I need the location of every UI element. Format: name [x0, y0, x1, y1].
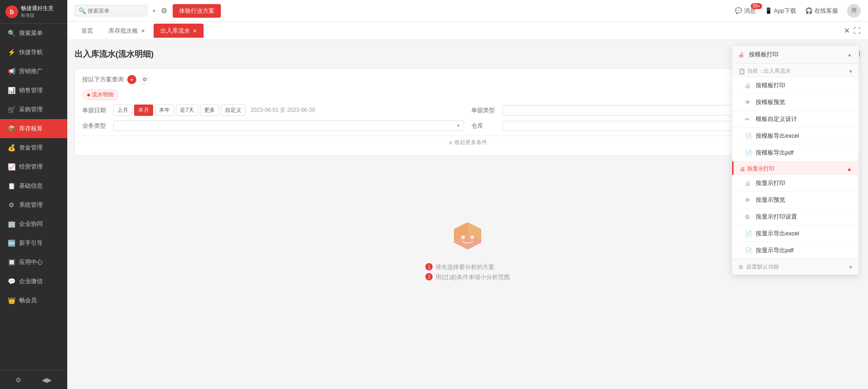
sidebar-item-operations[interactable]: 📈 经营管理	[0, 157, 67, 176]
dropdown-footer[interactable]: ⚙ 设置默认功能 ▾	[732, 259, 858, 274]
display-excel-icon: 📄	[745, 230, 752, 237]
sidebar-label-system: 系统管理	[19, 201, 43, 209]
sidebar-icon-sales: 📊	[7, 87, 15, 94]
sidebar-item-marketing[interactable]: 📢 营销推广	[0, 62, 67, 81]
date-btn-this-year[interactable]: 本年	[155, 105, 174, 116]
filter-label: 按以下方案查询	[82, 75, 124, 84]
sidebar-label-quick-nav: 快捷导航	[19, 48, 43, 56]
dropdown-item-template-excel[interactable]: 📄 按模板导出excel	[732, 128, 858, 145]
sidebar-item-enterprise[interactable]: 🏢 企业协同	[0, 214, 67, 234]
date-btn-more[interactable]: 更多	[200, 105, 219, 116]
tab-flow-close[interactable]: ✕	[193, 28, 197, 34]
dropdown-item-display-settings[interactable]: ⚙ 按显示打印设置	[732, 209, 858, 225]
date-btn-7days[interactable]: 近7天	[176, 105, 198, 116]
sidebar-icon-app-center: 🔲	[7, 259, 15, 266]
user-avatar[interactable]: 用	[847, 4, 861, 18]
filter-biz-label: 业务类型	[82, 122, 110, 130]
filter-tag[interactable]: 流水明细	[82, 90, 119, 100]
search-icon: 🔍	[79, 7, 86, 14]
date-btn-custom[interactable]: 自定义	[221, 105, 245, 116]
sidebar-footer: ⚙ ◀▶	[0, 370, 67, 389]
topbar-right: 💬 消息 99+ 📱 App下载 🎧 在线客服 用	[735, 4, 861, 18]
dropdown-section-display: 🖨 按显示打印 ▲	[732, 161, 858, 175]
collapse-more-label: 收起更多条件	[454, 139, 487, 146]
app-download-btn[interactable]: 📱 App下载	[765, 7, 796, 15]
search-chevron-icon[interactable]: ▾	[153, 8, 155, 14]
current-template-icon: 📋	[738, 68, 745, 75]
sidebar-item-guide[interactable]: 🆕 新手引导	[0, 234, 67, 253]
dropdown-header-chevron[interactable]: ▲	[847, 52, 852, 57]
sidebar-icon-basic: 📋	[7, 182, 15, 190]
sidebar-item-purchase[interactable]: 🛒 采购管理	[0, 100, 67, 119]
template-excel-icon: 📄	[745, 133, 752, 140]
sidebar-item-search[interactable]: 🔍 搜索菜单	[0, 24, 67, 43]
topbar-gear-icon[interactable]: ⚙	[161, 6, 167, 15]
sidebar-item-app-center[interactable]: 🔲 应用中心	[0, 253, 67, 272]
tab-close-all-btn[interactable]: ✕	[844, 26, 850, 35]
current-template-arrow[interactable]: ▾	[849, 68, 852, 75]
dropdown-item-display-pdf[interactable]: 📄 按显示导出pdf	[732, 242, 858, 259]
sidebar-icon-purchase: 🛒	[7, 106, 15, 113]
display-print-icon: 🖨	[745, 180, 752, 187]
sidebar-collapse-icon[interactable]: ◀▶	[42, 376, 52, 384]
sidebar-label-search: 搜索菜单	[19, 29, 43, 37]
empty-icon	[445, 209, 490, 254]
empty-tip-2: 2 用[过滤]条件来缩小分析范围	[425, 273, 509, 281]
dropdown-panel: 🖨 按模板打印 ▲ 📋 当前：出入库流水 ▾ 🖨 按模板打印 👁 按模板预览 ✏…	[732, 45, 859, 275]
search-input[interactable]	[88, 8, 142, 14]
display-preview-icon: 👁	[745, 197, 752, 204]
tab-flow[interactable]: 出入库流水 ✕	[154, 24, 204, 38]
sidebar-item-basic[interactable]: 📋 基础信息	[0, 176, 67, 195]
messages-btn[interactable]: 💬 消息 99+	[735, 7, 756, 15]
dropdown-item-template-design[interactable]: ✏ 模板自定义设计	[732, 111, 858, 128]
sidebar-item-inventory[interactable]: 📦 库存核算	[0, 119, 67, 138]
sidebar-item-quick-nav[interactable]: ⚡ 快捷导航	[0, 43, 67, 62]
tab-home[interactable]: 首页	[75, 24, 100, 38]
dropdown-item-display-preview[interactable]: 👁 按显示预览	[732, 192, 858, 209]
filter-date-label: 单据日期	[82, 106, 110, 115]
current-template-label: 当前：出入库流水	[747, 67, 791, 75]
date-btn-this-month[interactable]: 本月	[134, 105, 153, 116]
sidebar-label-operations: 经营管理	[19, 163, 43, 171]
display-section-arrow[interactable]: ▲	[847, 166, 852, 172]
tab-home-label: 首页	[81, 27, 93, 35]
sidebar-item-member[interactable]: 👑 畅会员	[0, 291, 67, 310]
dropdown-item-template-print[interactable]: 🖨 按模板打印	[732, 77, 858, 94]
tag-label: 流水明细	[92, 91, 114, 99]
industry-btn[interactable]: 体验行业方案	[173, 4, 221, 18]
dropdown-item-display-print[interactable]: 🖨 按显示打印	[732, 175, 858, 192]
sidebar-item-system[interactable]: ⚙ 系统管理	[0, 195, 67, 214]
dropdown-footer-label: 设置默认功能	[746, 263, 779, 271]
topbar-search-box[interactable]: 🔍	[75, 5, 147, 16]
online-service-btn[interactable]: 🎧 在线客服	[805, 7, 838, 15]
sidebar-icon-marketing: 📢	[7, 68, 15, 75]
dropdown-item-display-excel[interactable]: 📄 按显示导出excel	[732, 225, 858, 242]
empty-tip-1: 1 请先选择要分析的方案	[425, 263, 509, 271]
dropdown-item-template-pdf[interactable]: 📄 按模板导出pdf	[732, 145, 858, 161]
messages-badge: 99+	[751, 3, 762, 9]
template-pdf-icon: 📄	[745, 150, 752, 156]
sidebar-item-finance[interactable]: 💰 资金管理	[0, 138, 67, 157]
filter-add-btn[interactable]: +	[127, 75, 136, 84]
empty-tips: 1 请先选择要分析的方案 2 用[过滤]条件来缩小分析范围	[425, 261, 509, 283]
message-icon: 💬	[735, 7, 742, 14]
sidebar-item-sales[interactable]: 📊 销售管理	[0, 81, 67, 100]
dropdown-footer-arrow: ▾	[849, 264, 852, 270]
sidebar-label-basic: 基础信息	[19, 182, 43, 190]
sidebar-settings-icon[interactable]: ⚙	[15, 376, 21, 384]
dropdown-item-template-preview[interactable]: 👁 按模板预览	[732, 94, 858, 111]
sidebar-label-guide: 新手引导	[19, 239, 43, 247]
tabs-right-controls: ✕ ⛶	[844, 26, 861, 35]
sidebar-label-wechat: 企业微信	[19, 277, 43, 285]
date-btn-last-month[interactable]: 上月	[113, 105, 132, 116]
tab-inventory-batch-close[interactable]: ✕	[141, 28, 145, 34]
template-design-icon: ✏	[745, 116, 752, 123]
filter-biz-select[interactable]: ▾	[113, 120, 464, 131]
filter-gear-btn[interactable]: ⚙	[140, 75, 149, 84]
sidebar-item-wechat[interactable]: 💬 企业微信	[0, 272, 67, 291]
tab-expand-btn[interactable]: ⛶	[853, 27, 861, 35]
filter-date-field: 单据日期 上月 本月 本年 近7天 更多 自定义 2023-06-01 至 20…	[82, 105, 464, 116]
tab-inventory-batch[interactable]: 库存批次账 ✕	[102, 24, 152, 38]
sidebar-icon-inventory: 📦	[7, 125, 15, 132]
dropdown-section-current: 📋 当前：出入库流水 ▾	[732, 64, 858, 77]
